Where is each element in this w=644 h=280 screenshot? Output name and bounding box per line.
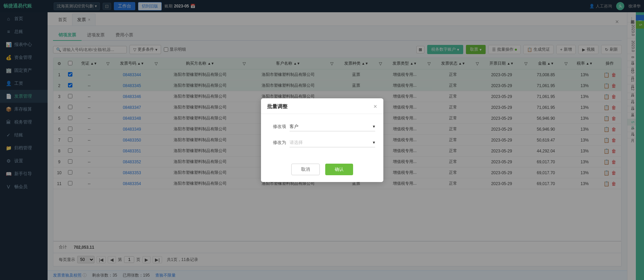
modal-body: 修改项 客户 ▾ 修改为 请选择 ▾ [261,114,383,160]
modal-overlay: 批量调整 × 修改项 客户 ▾ 修改为 请选择 ▾ 取消 确认 [0,0,644,280]
field-label: 修改项 [269,123,286,130]
change-select[interactable]: 请选择 ▾ [290,138,375,147]
field-value: 客户 [290,123,298,130]
batch-adjust-modal: 批量调整 × 修改项 客户 ▾ 修改为 请选择 ▾ 取消 确认 [261,98,383,182]
modal-header: 批量调整 × [261,98,383,114]
change-label: 修改为 [269,139,286,146]
form-row-change: 修改为 请选择 ▾ [269,138,375,147]
form-row-field: 修改项 客户 ▾ [269,122,375,131]
change-chevron-icon: ▾ [373,140,375,145]
modal-footer: 取消 确认 [261,160,383,182]
field-select[interactable]: 客户 ▾ [290,122,375,131]
field-chevron-icon: ▾ [373,124,375,129]
modal-title: 批量调整 [267,103,288,110]
modal-cancel-btn[interactable]: 取消 [291,164,320,175]
change-placeholder: 请选择 [290,139,303,146]
modal-confirm-btn[interactable]: 确认 [325,164,353,175]
modal-close-btn[interactable]: × [373,103,377,110]
